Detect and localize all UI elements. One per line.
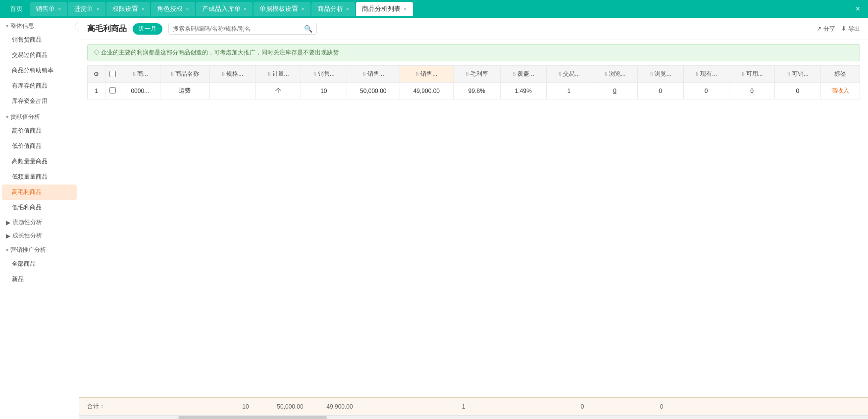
- col-browse1[interactable]: ⇅浏览...: [592, 66, 637, 83]
- share-button[interactable]: ↗ 分享: [817, 25, 835, 33]
- bottom-scrollbar[interactable]: [79, 415, 868, 419]
- tab-home[interactable]: 首页: [4, 2, 29, 16]
- sidebar-item-low-freq[interactable]: 低频量量商品: [0, 169, 79, 185]
- sidebar-item-high-value[interactable]: 高价值商品: [0, 123, 79, 139]
- share-icon: ↗: [817, 25, 821, 32]
- col-trade-count[interactable]: ⇅交易...: [546, 66, 592, 83]
- cell-checkbox[interactable]: [105, 83, 120, 99]
- top-nav: 首页 销售单 × 进货单 × 权限设置 × 角色授权 × 产成品入库单 × 单据…: [0, 0, 868, 18]
- sidebar-item-stocked-goods[interactable]: 有库存的商品: [0, 78, 79, 93]
- sidebar-group-value[interactable]: ▾ 贡献值分析: [0, 109, 79, 123]
- col-trade-count-sort-icon: ⇅: [558, 72, 562, 77]
- cell-saleable: 0: [775, 83, 820, 99]
- row-checkbox[interactable]: [109, 87, 116, 93]
- tab-sales[interactable]: 销售单 ×: [30, 2, 67, 16]
- col-sales-profit-sort-icon: ⇅: [415, 72, 419, 77]
- sidebar-group-overall-label: 整体信息: [10, 22, 34, 30]
- export-button[interactable]: ⬇ 导出: [841, 25, 860, 33]
- sidebar-item-all-goods[interactable]: 全部商品: [0, 256, 79, 272]
- cell-sales-amount: 50,000.00: [347, 83, 400, 99]
- tab-purchase[interactable]: 进货单 ×: [68, 2, 105, 16]
- tag-badge: 高收入: [831, 87, 849, 94]
- close-analysis-list-icon[interactable]: ×: [404, 6, 407, 12]
- scrollbar-thumb[interactable]: [178, 416, 327, 419]
- cell-trade-count: 1: [546, 83, 592, 99]
- sidebar-item-high-margin[interactable]: 高毛利商品: [2, 185, 77, 200]
- col-tag[interactable]: 标签: [820, 66, 860, 83]
- col-code[interactable]: ⇅商...: [120, 66, 160, 83]
- chevron-down-icon-3: ▾: [6, 247, 8, 253]
- content-area: 高毛利商品 近一月 🔍 ↗ 分享 ⬇ 导出 ◇ 企业的主要的利润都是这部分商品创…: [79, 18, 868, 419]
- cell-browse2: 0: [638, 83, 683, 99]
- cell-sales-profit: 49,900.00: [400, 83, 454, 99]
- col-sales-amount[interactable]: ⇅销售...: [347, 66, 400, 83]
- tab-template[interactable]: 单据模板设置 ×: [254, 2, 310, 16]
- sidebar-item-low-margin[interactable]: 低毛利商品: [0, 200, 79, 215]
- close-purchase-icon[interactable]: ×: [96, 6, 99, 12]
- search-input[interactable]: [173, 25, 302, 32]
- col-sales-qty[interactable]: ⇅销售...: [301, 66, 347, 83]
- search-icon[interactable]: 🔍: [304, 25, 312, 33]
- col-name[interactable]: ⇅商品名称: [160, 66, 209, 83]
- col-unit[interactable]: ⇅计量...: [255, 66, 301, 83]
- tab-role[interactable]: 角色授权 ×: [151, 2, 195, 16]
- close-template-icon[interactable]: ×: [301, 6, 304, 12]
- tab-sales-label: 销售单: [36, 4, 55, 13]
- sidebar-group-overall[interactable]: ▾ 整体信息: [0, 18, 79, 32]
- col-margin-rate-sort-icon: ⇅: [465, 72, 469, 77]
- table-header-row: ⚙ ⇅商... ⇅商品名称 ⇅规格...: [88, 66, 860, 83]
- sidebar-group-marketing-label: 营销推广分析: [10, 246, 46, 254]
- col-saleable[interactable]: ⇅可销...: [775, 66, 820, 83]
- sidebar-group-trend-label: 流趋性分析: [12, 218, 42, 227]
- search-box: 🔍: [168, 23, 317, 35]
- cell-code: 0000...: [120, 83, 160, 99]
- period-button[interactable]: 近一月: [133, 23, 162, 35]
- sidebar-group-trend[interactable]: ▶ 流趋性分析: [0, 215, 79, 229]
- cell-available: 0: [729, 83, 774, 99]
- close-permission-icon[interactable]: ×: [141, 6, 144, 12]
- footer-saleable: 0: [642, 403, 681, 410]
- col-spec[interactable]: ⇅规格...: [209, 66, 255, 83]
- footer-sales-profit: 49,900.00: [315, 403, 364, 410]
- col-cover-rate[interactable]: ⇅覆盖...: [501, 66, 546, 83]
- col-margin-rate[interactable]: ⇅毛利率: [453, 66, 501, 83]
- sidebar-item-sales-goods[interactable]: 销售货商品: [0, 32, 79, 47]
- chevron-down-icon: ▾: [6, 23, 8, 29]
- col-current-stock[interactable]: ⇅现有...: [683, 66, 729, 83]
- close-finished-icon[interactable]: ×: [244, 6, 247, 12]
- window-close-button[interactable]: ×: [852, 4, 864, 13]
- sidebar-item-stock-share[interactable]: 库存资金占用: [0, 93, 79, 109]
- cell-browse1[interactable]: 0: [592, 83, 637, 99]
- sidebar-item-goods-analysis[interactable]: 商品分销助销率: [0, 63, 79, 78]
- col-checkbox[interactable]: [105, 66, 120, 83]
- col-sales-amount-sort-icon: ⇅: [362, 72, 366, 77]
- sidebar-item-new-goods[interactable]: 新品: [0, 272, 79, 287]
- sidebar-item-low-value[interactable]: 低价值商品: [0, 139, 79, 154]
- sidebar-group-marketing[interactable]: ▾ 营销推广分析: [0, 242, 79, 256]
- sidebar-group-growth[interactable]: ▶ 成长性分析: [0, 229, 79, 242]
- footer-sales-qty: 10: [226, 403, 265, 410]
- col-unit-sort-icon: ⇅: [267, 72, 271, 77]
- tab-finished[interactable]: 产成品入库单 ×: [196, 2, 253, 16]
- close-sales-icon[interactable]: ×: [58, 6, 61, 12]
- col-current-stock-sort-icon: ⇅: [695, 72, 699, 77]
- sidebar-item-traded-goods[interactable]: 交易过的商品: [0, 47, 79, 63]
- tab-analysis-list[interactable]: 商品分析列表 ×: [356, 2, 412, 16]
- chevron-down-icon-2: ▾: [6, 114, 8, 120]
- header-actions: ↗ 分享 ⬇ 导出: [817, 25, 860, 33]
- select-all-checkbox[interactable]: [109, 71, 116, 77]
- col-browse2[interactable]: ⇅浏览...: [638, 66, 683, 83]
- col-index[interactable]: ⚙: [88, 66, 105, 83]
- tab-permission[interactable]: 权限设置 ×: [106, 2, 150, 16]
- col-available[interactable]: ⇅可用...: [729, 66, 774, 83]
- settings-icon[interactable]: ⚙: [94, 71, 99, 78]
- tab-analysis[interactable]: 商品分析 ×: [311, 2, 355, 16]
- col-browse1-sort-icon: ⇅: [604, 72, 608, 77]
- browse1-link[interactable]: 0: [613, 88, 616, 94]
- col-sales-profit[interactable]: ⇅销售...: [400, 66, 454, 83]
- close-analysis-icon[interactable]: ×: [346, 6, 349, 12]
- cell-current-stock: 0: [683, 83, 729, 99]
- sidebar-item-high-freq[interactable]: 高频量量商品: [0, 154, 79, 169]
- sidebar-group-growth-label: 成长性分析: [12, 232, 42, 240]
- close-role-icon[interactable]: ×: [186, 6, 189, 12]
